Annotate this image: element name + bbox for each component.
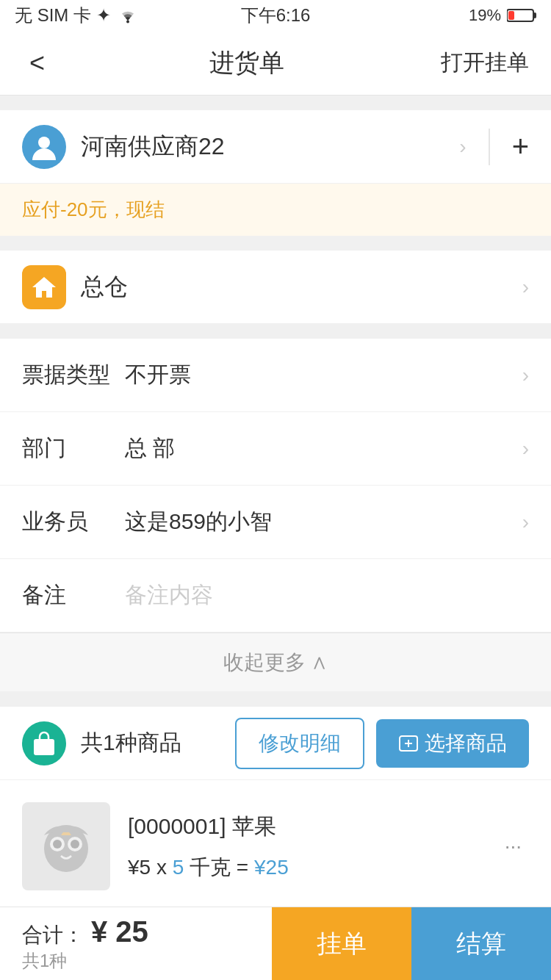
remark-label: 备注 [22,580,125,610]
footer-total-row: 合计： ¥ 25 [22,915,250,949]
product-total: ¥25 [254,856,289,879]
department-arrow-icon: › [522,437,529,461]
product-unit: 千克 [190,856,231,879]
bag-icon [31,730,57,757]
svg-rect-5 [34,739,54,755]
footer-total-amount: ¥ 25 [91,915,148,948]
product-code: [0000001] [128,814,226,838]
select-product-button[interactable]: 选择商品 [376,719,529,768]
page-title: 进货单 [209,46,284,80]
product-price: ¥5 x 5 千克 = ¥25 [128,854,497,882]
svg-point-12 [53,840,62,849]
department-row[interactable]: 部门 总 部 › [0,412,551,486]
svg-rect-3 [508,11,514,20]
footer-sub-label: 共1种 [22,949,250,973]
department-value: 总 部 [125,433,522,464]
warehouse-icon-bg [22,265,66,309]
person-icon [29,132,59,162]
salesperson-arrow-icon: › [522,511,529,534]
salesperson-label: 业务员 [22,507,125,537]
supplier-name: 河南供应商22 [81,131,459,163]
product-info: [0000001] 苹果 ¥5 x 5 千克 = ¥25 [128,812,497,882]
collapse-toggle[interactable]: 收起更多 ∧ [0,633,551,691]
product-more-button[interactable]: ··· [497,827,529,865]
select-product-label: 选择商品 [425,729,507,757]
status-right: 19% [469,6,536,25]
footer-total-label: 合计： [22,921,84,949]
product-title-text: 苹果 [232,814,276,838]
notice-banner: 应付-20元，现结 [0,184,551,236]
product-count-label: 共1种商品 [81,728,235,758]
section-gap-3 [0,324,551,339]
warehouse-row[interactable]: 总仓 › [0,251,551,324]
form-section: 票据类型 不开票 › 部门 总 部 › 业务员 这是859的小智 › 备注 备注… [0,339,551,691]
svg-rect-2 [533,12,536,18]
open-hang-button[interactable]: 打开挂单 [441,48,529,78]
remark-input[interactable]: 备注内容 [125,580,529,610]
select-product-icon [398,733,419,754]
product-name: [0000001] 苹果 [128,812,497,842]
remark-row[interactable]: 备注 备注内容 [0,559,551,633]
edit-detail-button[interactable]: 修改明细 [235,718,364,769]
product-multiply-icon: x [156,856,173,879]
supplier-arrow-icon: › [459,135,466,159]
battery-label: 19% [469,6,501,25]
status-time: 下午6:16 [241,4,311,27]
supplier-add-button[interactable]: + [512,130,529,163]
supplier-section: 河南供应商22 › + 应付-20元，现结 [0,110,551,236]
svg-point-4 [38,137,50,148]
product-thumbnail [22,802,110,890]
product-header-icon-bg [22,721,66,765]
invoice-type-label: 票据类型 [22,360,125,390]
section-gap-4 [0,691,551,706]
invoice-type-row[interactable]: 票据类型 不开票 › [0,339,551,412]
section-gap-1 [0,96,551,110]
product-header: 共1种商品 修改明细 选择商品 [0,706,551,779]
supplier-divider [489,129,490,165]
department-label: 部门 [22,433,125,464]
supplier-avatar [22,125,66,169]
status-bar: 无 SIM 卡 ✦ 下午6:16 19% [0,0,551,31]
product-equals-icon: = [237,856,254,879]
salesperson-row[interactable]: 业务员 这是859的小智 › [0,486,551,559]
back-button[interactable]: < [22,40,52,86]
checkout-button[interactable]: 结算 [411,907,551,981]
footer-total: 合计： ¥ 25 共1种 [0,915,272,973]
sim-label: 无 SIM 卡 ✦ [15,4,111,27]
owl-logo-icon [33,813,99,879]
footer: 合计： ¥ 25 共1种 挂单 结算 [0,907,551,980]
battery-icon [507,8,536,23]
hang-button[interactable]: 挂单 [272,907,411,981]
svg-point-0 [126,21,129,24]
invoice-type-arrow-icon: › [522,364,529,387]
product-unit-price: ¥5 [128,856,151,879]
status-left: 无 SIM 卡 ✦ [15,4,139,27]
product-qty: 5 [173,856,184,879]
salesperson-value: 这是859的小智 [125,507,522,537]
wifi-icon [117,7,139,24]
warehouse-arrow-icon: › [522,275,529,299]
supplier-row[interactable]: 河南供应商22 › + [0,110,551,184]
warehouse-label: 总仓 [81,271,522,303]
section-gap-2 [0,236,551,251]
svg-point-13 [71,840,79,849]
invoice-type-value: 不开票 [125,360,522,390]
nav-bar: < 进货单 打开挂单 [0,31,551,96]
product-item: [0000001] 苹果 ¥5 x 5 千克 = ¥25 ··· [0,779,551,912]
house-icon [31,274,57,300]
